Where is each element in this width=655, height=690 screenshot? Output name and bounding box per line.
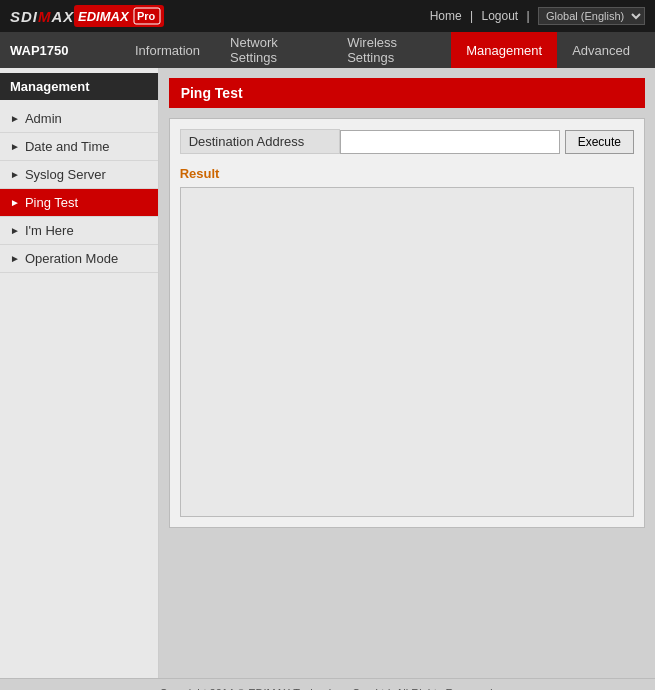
tab-advanced[interactable]: Advanced [557, 32, 645, 68]
sidebar-item-operation-mode[interactable]: ► Operation Mode [0, 245, 158, 273]
footer: Copyright 2014 © EDIMAX Technology Co., … [0, 678, 655, 690]
page-title: Ping Test [169, 78, 645, 108]
sidebar-label-operation: Operation Mode [25, 251, 118, 266]
nav-tabs: Information Network Settings Wireless Se… [120, 32, 645, 68]
sidebar-label-syslog: Syslog Server [25, 167, 106, 182]
header: SDIMAX EDIMAX Pro Home | Logout | Global… [0, 0, 655, 32]
sidebar-title: Management [0, 73, 158, 100]
logo-edimax: SDIMAX [10, 8, 74, 25]
navbar: WAP1750 Information Network Settings Wir… [0, 32, 655, 68]
sidebar-item-date-time[interactable]: ► Date and Time [0, 133, 158, 161]
sidebar-label-im-here: I'm Here [25, 223, 74, 238]
arrow-icon-operation: ► [10, 253, 20, 264]
sidebar-label-admin: Admin [25, 111, 62, 126]
execute-button[interactable]: Execute [565, 130, 634, 154]
sidebar-label-ping: Ping Test [25, 195, 78, 210]
arrow-icon-ping: ► [10, 197, 20, 208]
device-name: WAP1750 [10, 43, 110, 58]
separator-2: | [527, 9, 530, 23]
sidebar-item-admin[interactable]: ► Admin [0, 105, 158, 133]
arrow-icon-syslog: ► [10, 169, 20, 180]
result-box [180, 187, 634, 517]
sidebar-item-syslog-server[interactable]: ► Syslog Server [0, 161, 158, 189]
arrow-icon-im-here: ► [10, 225, 20, 236]
language-select[interactable]: Global (English) [538, 7, 645, 25]
separator-1: | [470, 9, 473, 23]
content-box: Destination Address Execute Result [169, 118, 645, 528]
tab-wireless-settings[interactable]: Wireless Settings [332, 32, 451, 68]
destination-address-label: Destination Address [180, 129, 340, 154]
svg-text:EDIMAX: EDIMAX [78, 9, 130, 24]
sidebar: Management ► Admin ► Date and Time ► Sys… [0, 68, 159, 678]
content-area: Ping Test Destination Address Execute Re… [159, 68, 655, 678]
arrow-icon-admin: ► [10, 113, 20, 124]
tab-management[interactable]: Management [451, 32, 557, 68]
destination-address-input[interactable] [340, 130, 560, 154]
tab-information[interactable]: Information [120, 32, 215, 68]
destination-address-row: Destination Address Execute [180, 129, 634, 154]
edimax-logo: EDIMAX Pro [74, 5, 164, 27]
sidebar-item-ping-test[interactable]: ► Ping Test [0, 189, 158, 217]
svg-text:Pro: Pro [137, 10, 156, 22]
header-links: Home | Logout | Global (English) [430, 7, 645, 25]
home-link[interactable]: Home [430, 9, 462, 23]
main-layout: Management ► Admin ► Date and Time ► Sys… [0, 68, 655, 678]
sidebar-item-im-here[interactable]: ► I'm Here [0, 217, 158, 245]
arrow-icon-date-time: ► [10, 141, 20, 152]
result-label: Result [180, 166, 634, 181]
tab-network-settings[interactable]: Network Settings [215, 32, 332, 68]
sidebar-label-date-time: Date and Time [25, 139, 110, 154]
logout-link[interactable]: Logout [481, 9, 518, 23]
logo-area: SDIMAX EDIMAX Pro [10, 5, 164, 27]
